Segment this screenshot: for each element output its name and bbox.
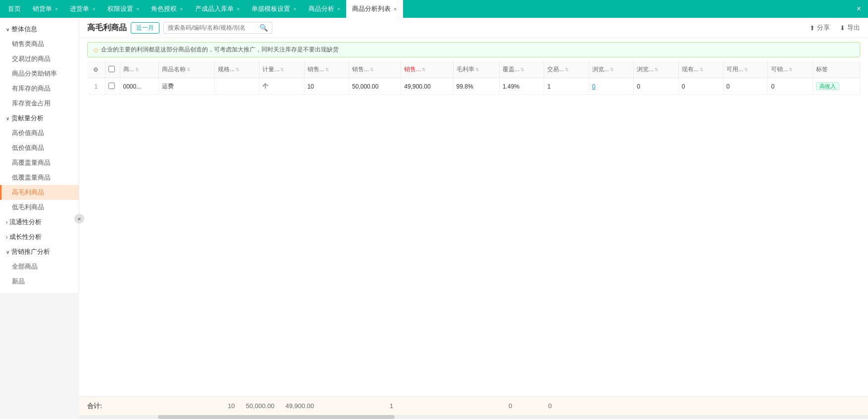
col-sales-qty[interactable]: 销售...⇅ xyxy=(304,61,349,78)
nav-close-product-analysis[interactable]: × xyxy=(337,6,340,12)
sidebar-item-new-goods[interactable]: 新品 xyxy=(0,274,79,289)
sidebar-item-high-value[interactable]: 高价值商品 xyxy=(0,126,79,140)
col-sales-profit[interactable]: 销售...⇅ xyxy=(401,61,453,78)
sidebar-item-category-rate[interactable]: 商品分类助销率 xyxy=(0,66,79,81)
row-checkbox[interactable] xyxy=(108,83,115,89)
nav-close-purchase-order[interactable]: × xyxy=(92,6,95,12)
col-browse1[interactable]: 浏览...⇅ xyxy=(589,61,633,78)
footer-total-label: 合计: xyxy=(87,402,102,411)
cell-unit: 个 xyxy=(259,78,304,95)
search-icon[interactable]: 🔍 xyxy=(259,24,268,32)
col-available-stock[interactable]: 可用...⇅ xyxy=(723,61,768,78)
footer-cells: 10 50,000.00 49,900.00 1 0 0 xyxy=(110,402,860,410)
cell-sales-profit: 49,900.00 xyxy=(401,78,453,95)
col-code[interactable]: 商...⇅ xyxy=(120,61,159,78)
sidebar-collapse-button[interactable]: « xyxy=(74,214,84,224)
sidebar-item-low-margin[interactable]: 低毛利商品 xyxy=(0,200,79,215)
sidebar-item-low-value[interactable]: 低价值商品 xyxy=(0,140,79,155)
search-input[interactable] xyxy=(168,24,259,31)
sidebar-group-flow[interactable]: › 流通性分析 xyxy=(0,215,79,230)
sidebar-group-growth[interactable]: › 成长性分析 xyxy=(0,230,79,244)
sidebar-group-marketing[interactable]: ∨ 营销推广分析 xyxy=(0,244,79,259)
nav-close-permission[interactable]: × xyxy=(136,6,139,12)
col-coverage[interactable]: 覆盖...⇅ xyxy=(500,61,544,78)
sidebar-item-stock-capital[interactable]: 库存资金占用 xyxy=(0,96,79,111)
footer-total-bar: 合计: 10 50,000.00 49,900.00 1 0 0 xyxy=(79,396,868,415)
col-unit[interactable]: 计量...⇅ xyxy=(259,61,304,78)
cell-tag: 高收入 xyxy=(813,78,860,95)
nav-close-product-analysis-list[interactable]: × xyxy=(394,6,397,12)
col-settings[interactable]: ⚙ xyxy=(87,61,105,78)
arrow-contribution: ∨ xyxy=(6,116,9,121)
cell-name: 运费 xyxy=(159,78,215,95)
footer-sales-profit: 49,900.00 xyxy=(278,402,318,410)
footer-sales-qty: 10 xyxy=(209,402,239,410)
sidebar-item-traded-goods[interactable]: 交易过的商品 xyxy=(0,51,79,66)
nav-template-settings[interactable]: 单据模板设置 × xyxy=(246,0,302,18)
export-icon: ⬇ xyxy=(840,24,845,32)
col-gross-margin[interactable]: 毛利率⇅ xyxy=(453,61,500,78)
cell-index: 1 xyxy=(87,78,105,95)
horizontal-scrollbar[interactable] xyxy=(79,415,868,419)
col-current-stock[interactable]: 现有...⇅ xyxy=(678,61,723,78)
nav-permission-settings[interactable]: 权限设置 × xyxy=(102,0,145,18)
cell-spec xyxy=(214,78,259,95)
arrow-overall: ∨ xyxy=(6,27,9,32)
col-name[interactable]: 商品名称⇅ xyxy=(159,61,215,78)
sidebar-item-high-coverage[interactable]: 高覆盖量商品 xyxy=(0,155,79,170)
page-title: 高毛利商品 xyxy=(87,23,127,33)
footer-sales-amount: 50,000.00 xyxy=(239,402,278,410)
select-all-checkbox[interactable] xyxy=(108,66,115,72)
table-header-row: ⚙ 商...⇅ 商品名称⇅ 规格...⇅ 计量...⇅ 销售...⇅ 销售...… xyxy=(87,61,860,78)
info-icon: ◇ xyxy=(94,47,98,53)
sidebar-item-low-coverage[interactable]: 低覆盖量商品 xyxy=(0,170,79,185)
sidebar-group-overall[interactable]: ∨ 整体信息 xyxy=(0,22,79,37)
scrollbar-thumb[interactable] xyxy=(158,415,395,419)
col-transaction[interactable]: 交易...⇅ xyxy=(544,61,589,78)
cell-browse1[interactable]: 0 xyxy=(589,78,633,95)
nav-close-sales-order[interactable]: × xyxy=(55,6,58,12)
arrow-growth: › xyxy=(6,234,7,240)
nav-product-analysis[interactable]: 商品分析 × xyxy=(303,0,346,18)
data-table: ⚙ 商...⇅ 商品名称⇅ 规格...⇅ 计量...⇅ 销售...⇅ 销售...… xyxy=(87,61,860,95)
col-sales-amount[interactable]: 销售...⇅ xyxy=(349,61,401,78)
main-layout: ∨ 整体信息 销售类商品 交易过的商品 商品分类助销率 有库存的商品 库存资金占… xyxy=(0,18,868,419)
nav-home[interactable]: 首页 xyxy=(2,0,27,18)
sidebar-item-all-goods[interactable]: 全部商品 xyxy=(0,259,79,274)
content-header: 高毛利商品 近一月 🔍 ⬆ 分享 ⬇ 导出 xyxy=(79,18,868,38)
footer-current-stock: 0 xyxy=(476,402,516,410)
cell-browse2: 0 xyxy=(634,78,678,95)
cell-coverage: 1.49% xyxy=(500,78,544,95)
col-tag: 标签 xyxy=(813,61,860,78)
data-table-wrapper: ⚙ 商...⇅ 商品名称⇅ 规格...⇅ 计量...⇅ 销售...⇅ 销售...… xyxy=(79,61,868,396)
export-button[interactable]: ⬇ 导出 xyxy=(840,23,860,32)
footer-available-stock: 0 xyxy=(516,402,556,410)
sidebar-item-stocked-goods[interactable]: 有库存的商品 xyxy=(0,81,79,96)
cell-sellable-stock: 0 xyxy=(768,78,813,95)
share-icon: ⬆ xyxy=(810,24,815,32)
period-filter-button[interactable]: 近一月 xyxy=(131,22,159,34)
nav-close-finished-goods[interactable]: × xyxy=(237,6,240,12)
search-box: 🔍 xyxy=(163,22,272,34)
nav-purchase-order[interactable]: 进货单 × xyxy=(64,0,101,18)
cell-code: 0000... xyxy=(120,78,159,95)
nav-finished-goods[interactable]: 产成品入库单 × xyxy=(189,0,246,18)
nav-close-role-auth[interactable]: × xyxy=(180,6,183,12)
col-spec[interactable]: 规格...⇅ xyxy=(214,61,259,78)
nav-sales-order[interactable]: 销货单 × xyxy=(27,0,64,18)
window-close-button[interactable]: × xyxy=(852,4,866,13)
sidebar-wrapper: ∨ 整体信息 销售类商品 交易过的商品 商品分类助销率 有库存的商品 库存资金占… xyxy=(0,18,79,419)
col-sellable-stock[interactable]: 可销...⇅ xyxy=(768,61,813,78)
col-browse2[interactable]: 浏览...⇅ xyxy=(634,61,678,78)
footer-transaction: 1 xyxy=(357,402,397,410)
sidebar-group-contribution[interactable]: ∨ 贡献量分析 xyxy=(0,111,79,126)
cell-gross-margin: 99.8% xyxy=(453,78,500,95)
sidebar-item-high-margin[interactable]: 高毛利商品 xyxy=(0,185,79,200)
nav-role-auth[interactable]: 角色授权 × xyxy=(145,0,189,18)
sidebar: ∨ 整体信息 销售类商品 交易过的商品 商品分类助销率 有库存的商品 库存资金占… xyxy=(0,18,79,293)
nav-product-analysis-list[interactable]: 商品分析列表 × xyxy=(346,0,403,18)
share-button[interactable]: ⬆ 分享 xyxy=(810,23,830,32)
arrow-flow: › xyxy=(6,220,7,225)
nav-close-template[interactable]: × xyxy=(293,6,296,12)
sidebar-item-sales-goods[interactable]: 销售类商品 xyxy=(0,37,79,51)
